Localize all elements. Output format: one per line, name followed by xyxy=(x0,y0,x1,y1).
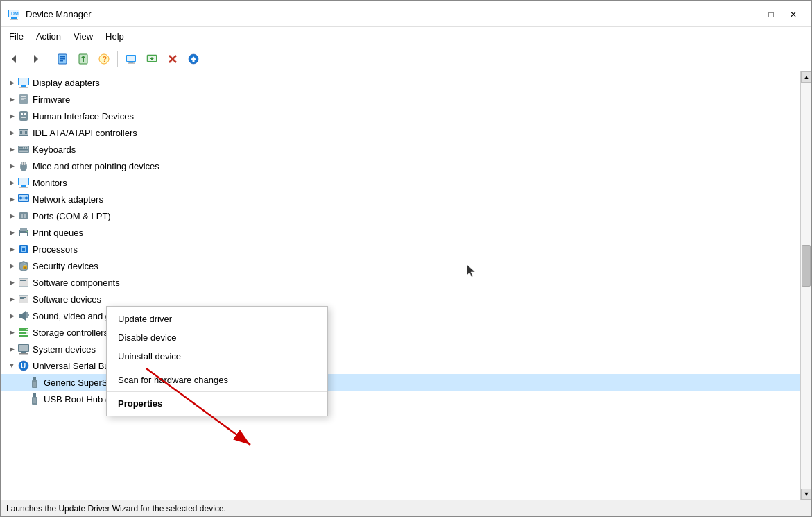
minimize-button[interactable]: — xyxy=(739,7,759,22)
expand-processors[interactable]: ▶ xyxy=(6,244,17,255)
soft2-icon xyxy=(17,293,30,305)
tree-item-firmware[interactable]: ▶ Firmware xyxy=(1,91,800,108)
expand-system[interactable]: ▶ xyxy=(6,344,17,355)
toolbar-divider-2 xyxy=(117,51,118,67)
help-button[interactable]: ? xyxy=(94,49,114,69)
tree-item-ports[interactable]: ▶ Ports (COM & LPT) xyxy=(1,207,800,224)
maximize-button[interactable]: □ xyxy=(761,7,781,22)
ctx-uninstall-device[interactable]: Uninstall device xyxy=(107,347,327,366)
properties-button[interactable] xyxy=(53,49,72,69)
expand-security[interactable]: ▶ xyxy=(6,260,17,271)
svg-rect-76 xyxy=(20,282,24,282)
tree-item-ide[interactable]: ▶ IDE ATA/ATAPI controllers xyxy=(1,124,800,141)
scroll-track[interactable] xyxy=(801,83,811,489)
svg-rect-28 xyxy=(21,85,26,87)
tree-item-soft2[interactable]: ▶ Software devices xyxy=(1,291,800,307)
menu-view[interactable]: View xyxy=(68,29,98,44)
expand-usb-root: ▶ xyxy=(17,393,28,405)
ide-label: IDE ATA/ATAPI controllers xyxy=(33,128,137,138)
ctx-update-driver[interactable]: Update driver xyxy=(107,310,327,328)
expand-mice[interactable]: ▶ xyxy=(6,160,17,171)
scroll-thumb[interactable] xyxy=(802,245,811,287)
storage-icon xyxy=(17,326,30,339)
back-button[interactable] xyxy=(5,49,24,69)
toolbar-divider-1 xyxy=(49,51,49,67)
svg-rect-8 xyxy=(60,56,65,58)
close-button[interactable]: ✕ xyxy=(784,7,803,22)
scroll-up-button[interactable]: ▲ xyxy=(801,71,811,83)
svg-marker-5 xyxy=(12,55,16,63)
status-bar: Launches the Update Driver Wizard for th… xyxy=(1,500,811,516)
content-area: ▶ Display adapters ▶ Firmware xyxy=(1,71,811,500)
svg-rect-34 xyxy=(19,111,28,121)
system-icon xyxy=(17,343,30,355)
svg-text:🔒: 🔒 xyxy=(21,262,28,269)
expand-print[interactable]: ▶ xyxy=(6,227,17,238)
tree-item-monitors[interactable]: ▶ Monitors xyxy=(1,174,800,191)
svg-marker-82 xyxy=(22,311,26,321)
svg-rect-54 xyxy=(19,178,28,185)
tree-item-mice[interactable]: ▶ Mice and other pointing devices xyxy=(1,158,800,174)
system-label: System devices xyxy=(33,344,96,355)
expand-network[interactable]: ▶ xyxy=(6,194,17,205)
tree-panel: ▶ Display adapters ▶ Firmware xyxy=(1,71,800,500)
forward-button[interactable] xyxy=(26,49,45,69)
display-monitor-button[interactable] xyxy=(121,49,141,69)
svg-rect-33 xyxy=(21,99,24,100)
expand-firmware[interactable]: ▶ xyxy=(6,94,17,105)
update-driver-button[interactable] xyxy=(74,49,93,69)
expand-soft2[interactable]: ▶ xyxy=(6,294,17,305)
usb-root-icon xyxy=(28,393,41,405)
tree-item-display[interactable]: ▶ Display adapters xyxy=(1,74,800,91)
ctx-properties[interactable]: Properties xyxy=(107,394,327,413)
tree-item-hid[interactable]: ▶ Human Interface Devices xyxy=(1,108,800,124)
expand-soft1[interactable]: ▶ xyxy=(6,277,17,288)
toolbar: ? xyxy=(1,46,811,71)
title-controls: — □ ✕ xyxy=(739,7,803,22)
svg-rect-63 xyxy=(21,214,23,218)
svg-rect-55 xyxy=(21,185,26,187)
svg-rect-102 xyxy=(33,398,36,403)
svg-rect-75 xyxy=(20,280,26,281)
expand-usb-dev1: ▶ xyxy=(17,377,28,388)
keyboards-label: Keyboards xyxy=(33,144,76,155)
menu-file[interactable]: File xyxy=(3,29,29,44)
menu-action[interactable]: Action xyxy=(31,29,67,44)
ctx-separator-2 xyxy=(107,391,327,392)
expand-keyboards[interactable]: ▶ xyxy=(6,144,17,155)
expand-storage[interactable]: ▶ xyxy=(6,327,17,338)
tree-item-security[interactable]: ▶ 🔒 Security devices xyxy=(1,257,800,274)
expand-display[interactable]: ▶ xyxy=(6,77,17,88)
expand-hid[interactable]: ▶ xyxy=(6,110,17,121)
print-label: Print queues xyxy=(33,228,83,238)
expand-ide[interactable]: ▶ xyxy=(6,127,17,138)
svg-rect-50 xyxy=(22,162,24,165)
scroll-down-button[interactable]: ▼ xyxy=(801,489,811,500)
tree-item-soft1[interactable]: ▶ Software components xyxy=(1,274,800,291)
svg-rect-97 xyxy=(33,377,36,380)
tree-item-keyboards[interactable]: ▶ Keyboards xyxy=(1,141,800,158)
svg-rect-66 xyxy=(20,228,27,231)
expand-sound[interactable]: ▶ xyxy=(6,310,17,321)
ctx-disable-device[interactable]: Disable device xyxy=(107,328,327,347)
svg-rect-37 xyxy=(21,117,26,118)
svg-point-90 xyxy=(26,332,28,334)
svg-rect-80 xyxy=(20,298,24,299)
tree-item-processors[interactable]: ▶ Processors xyxy=(1,241,800,257)
expand-monitors[interactable]: ▶ xyxy=(6,177,17,188)
install-button[interactable] xyxy=(184,49,203,69)
network-icon xyxy=(17,193,30,205)
keyboard-icon xyxy=(17,143,30,155)
tree-item-print[interactable]: ▶ Print queues xyxy=(1,224,800,241)
svg-text:U: U xyxy=(21,362,26,370)
remove-button[interactable] xyxy=(163,49,182,69)
ctx-scan-changes[interactable]: Scan for hardware changes xyxy=(107,371,327,389)
expand-usb[interactable]: ▼ xyxy=(6,360,17,371)
usb-device1-icon xyxy=(28,376,41,389)
display-label: Display adapters xyxy=(33,78,100,88)
vertical-scrollbar[interactable]: ▲ ▼ xyxy=(800,71,811,500)
expand-ports[interactable]: ▶ xyxy=(6,210,17,221)
add-hardware-button[interactable] xyxy=(142,49,162,69)
menu-help[interactable]: Help xyxy=(100,29,130,44)
tree-item-network[interactable]: ▶ Network adapters xyxy=(1,191,800,207)
